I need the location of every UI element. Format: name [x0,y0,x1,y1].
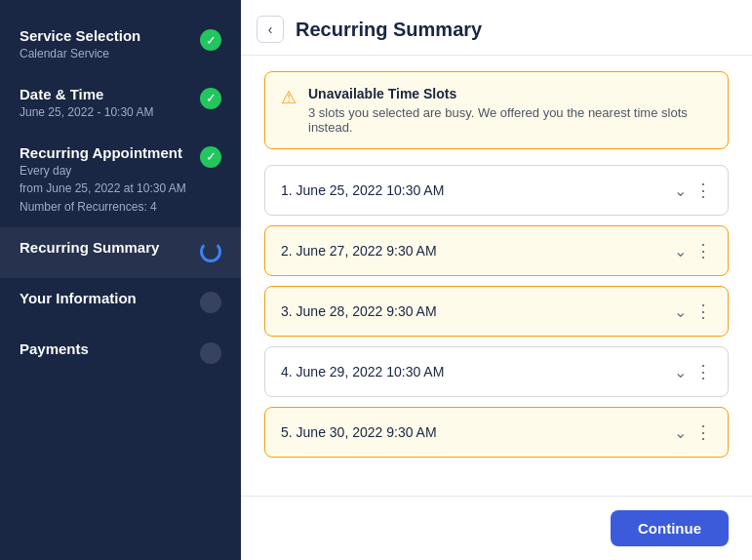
more-options-icon[interactable]: ⋮ [694,421,712,443]
appointment-row[interactable]: 1. June 25, 2022 10:30 AM⌄⋮ [264,165,729,216]
more-options-icon[interactable]: ⋮ [694,180,712,201]
warning-banner: ⚠ Unavailable Time Slots 3 slots you sel… [264,71,729,149]
appointment-row[interactable]: 3. June 28, 2022 9:30 AM⌄⋮ [264,286,729,337]
sidebar-item-title-recurring-summary: Recurring Summary [20,239,159,256]
page-title: Recurring Summary [296,19,482,41]
appointment-label: 2. June 27, 2022 9:30 AM [281,243,437,259]
sidebar-item-subtitle-date-time: June 25, 2022 - 10:30 AM [20,104,153,121]
warning-body: 3 slots you selected are busy. We offere… [308,105,712,135]
chevron-down-icon[interactable]: ⌄ [674,181,687,200]
sidebar-item-title-recurring-appointment: Recurring Appointment [20,144,186,161]
appointment-label: 5. June 30, 2022 9:30 AM [281,424,437,440]
chevron-down-icon[interactable]: ⌄ [674,242,687,260]
appointment-row[interactable]: 5. June 30, 2022 9:30 AM⌄⋮ [264,407,729,458]
sidebar-item-date-time[interactable]: Date & TimeJune 25, 2022 - 10:30 AM✓ [0,74,241,133]
appointments-list: 1. June 25, 2022 10:30 AM⌄⋮2. June 27, 2… [264,165,729,458]
sidebar-item-subtitle-recurring-appointment: Number of Recurrences: 4 [20,199,186,216]
sidebar-item-payments[interactable]: Payments [0,329,241,380]
warning-title: Unavailable Time Slots [308,86,712,101]
back-button[interactable]: ‹ [257,16,284,43]
sidebar-item-your-information[interactable]: Your Information [0,278,241,329]
sidebar-item-service-selection[interactable]: Service SelectionCalendar Service✓ [0,16,241,74]
sidebar-item-title-date-time: Date & Time [20,86,153,102]
more-options-icon[interactable]: ⋮ [694,361,712,382]
continue-button[interactable]: Continue [611,510,729,546]
sidebar-item-subtitle-service-selection: Calendar Service [20,46,140,62]
check-icon: ✓ [200,29,221,51]
main-body: ⚠ Unavailable Time Slots 3 slots you sel… [241,56,752,496]
check-icon: ✓ [200,146,221,168]
main-content: ‹ Recurring Summary ⚠ Unavailable Time S… [241,0,752,560]
inactive-icon [200,292,221,313]
appointment-row[interactable]: 2. June 27, 2022 9:30 AM⌄⋮ [264,225,729,276]
sidebar-item-title-your-information: Your Information [20,290,137,306]
check-icon: ✓ [200,88,221,109]
more-options-icon[interactable]: ⋮ [694,300,712,322]
sidebar: Service SelectionCalendar Service✓Date &… [0,0,241,560]
appointment-label: 1. June 25, 2022 10:30 AM [281,182,444,198]
main-header: ‹ Recurring Summary [241,0,752,56]
warning-icon: ⚠ [281,87,297,108]
main-footer: Continue [241,496,752,560]
inactive-icon [200,342,221,364]
sidebar-item-title-payments: Payments [20,340,89,357]
more-options-icon[interactable]: ⋮ [694,240,712,261]
sidebar-item-recurring-appointment[interactable]: Recurring AppointmentEvery dayfrom June … [0,133,241,227]
sidebar-item-title-service-selection: Service Selection [20,27,140,44]
appointment-label: 3. June 28, 2022 9:30 AM [281,303,437,319]
warning-text: Unavailable Time Slots 3 slots you selec… [308,86,712,135]
appointment-label: 4. June 29, 2022 10:30 AM [281,364,444,380]
chevron-down-icon[interactable]: ⌄ [674,302,687,321]
sidebar-item-subtitle-recurring-appointment: from June 25, 2022 at 10:30 AM [20,180,186,197]
progress-icon [200,241,221,262]
chevron-down-icon[interactable]: ⌄ [674,423,687,442]
appointment-row[interactable]: 4. June 29, 2022 10:30 AM⌄⋮ [264,346,729,397]
chevron-down-icon[interactable]: ⌄ [674,363,687,381]
sidebar-item-subtitle-recurring-appointment: Every day [20,163,186,180]
sidebar-item-recurring-summary[interactable]: Recurring Summary [0,227,241,278]
